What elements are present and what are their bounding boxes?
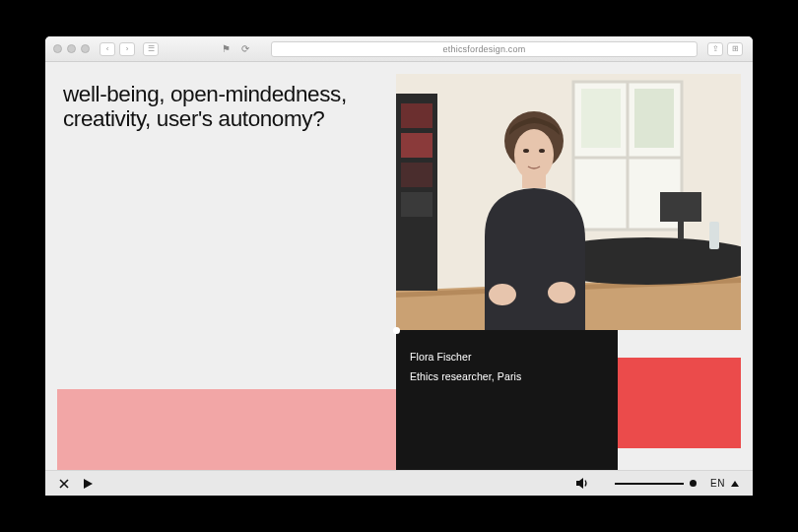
svg-point-23 <box>489 284 516 305</box>
language-label: EN <box>710 478 725 489</box>
play-button[interactable] <box>83 479 93 489</box>
minimize-window-button[interactable] <box>67 44 76 53</box>
browser-toolbar: ‹ › ☰ ⚑ ⟳ ethicsfordesign.com ⇪ ⊞ <box>45 36 753 62</box>
svg-rect-13 <box>634 89 674 148</box>
sidebar-button[interactable]: ☰ <box>143 42 159 56</box>
window-controls <box>53 44 90 53</box>
svg-rect-12 <box>581 89 621 148</box>
playhead-dot[interactable] <box>393 327 400 334</box>
toolbar-right: ⇪ ⊞ <box>707 42 745 56</box>
browser-window: ‹ › ☰ ⚑ ⟳ ethicsfordesign.com ⇪ ⊞ well-b… <box>45 36 753 496</box>
svg-rect-17 <box>709 222 719 249</box>
reload-icon[interactable]: ⟳ <box>239 43 251 55</box>
headline-text: well-being, open-mindedness, creativity,… <box>63 82 347 131</box>
close-window-button[interactable] <box>53 44 62 53</box>
chevron-up-icon <box>731 481 739 487</box>
speaker-caption: Flora Fischer Ethics researcher, Paris <box>396 330 618 470</box>
headline-panel: well-being, open-mindedness, creativity,… <box>57 74 396 389</box>
language-selector[interactable]: EN <box>710 478 739 489</box>
toolbar-mid-icons: ⚑ ⟳ <box>220 43 251 55</box>
svg-point-19 <box>514 129 554 180</box>
svg-marker-28 <box>576 478 583 489</box>
video-frame[interactable] <box>396 74 741 330</box>
share-button[interactable]: ⇪ <box>707 42 723 56</box>
red-block <box>618 358 741 448</box>
svg-point-20 <box>523 149 529 153</box>
volume-handle[interactable] <box>690 480 697 487</box>
pink-block <box>57 389 396 470</box>
forward-button[interactable]: › <box>119 42 135 56</box>
svg-rect-5 <box>401 133 432 158</box>
shield-icon: ⚑ <box>220 43 232 55</box>
close-button[interactable] <box>59 479 69 489</box>
volume-icon <box>576 478 589 489</box>
back-button[interactable]: ‹ <box>100 42 115 56</box>
svg-point-24 <box>548 282 575 303</box>
svg-rect-4 <box>401 103 432 128</box>
close-icon <box>59 479 69 489</box>
speaker-role: Ethics researcher, Paris <box>410 367 618 387</box>
svg-marker-29 <box>731 481 739 487</box>
tabs-button[interactable]: ⊞ <box>727 42 743 56</box>
nav-buttons: ‹ › <box>100 42 137 56</box>
svg-rect-6 <box>401 163 432 187</box>
volume-button[interactable] <box>576 478 589 489</box>
address-bar[interactable]: ethicsfordesign.com <box>271 41 698 57</box>
svg-rect-16 <box>678 222 684 239</box>
svg-rect-7 <box>401 192 432 217</box>
svg-rect-15 <box>660 192 701 222</box>
svg-marker-27 <box>84 479 93 489</box>
volume-slider[interactable] <box>615 483 684 485</box>
svg-rect-22 <box>522 174 546 188</box>
speaker-name: Flora Fischer <box>410 348 618 367</box>
play-icon <box>83 479 93 489</box>
page-content: well-being, open-mindedness, creativity,… <box>45 62 753 470</box>
address-text: ethicsfordesign.com <box>443 44 526 54</box>
svg-point-21 <box>539 149 545 153</box>
zoom-window-button[interactable] <box>81 44 90 53</box>
player-bar: EN <box>45 470 753 496</box>
